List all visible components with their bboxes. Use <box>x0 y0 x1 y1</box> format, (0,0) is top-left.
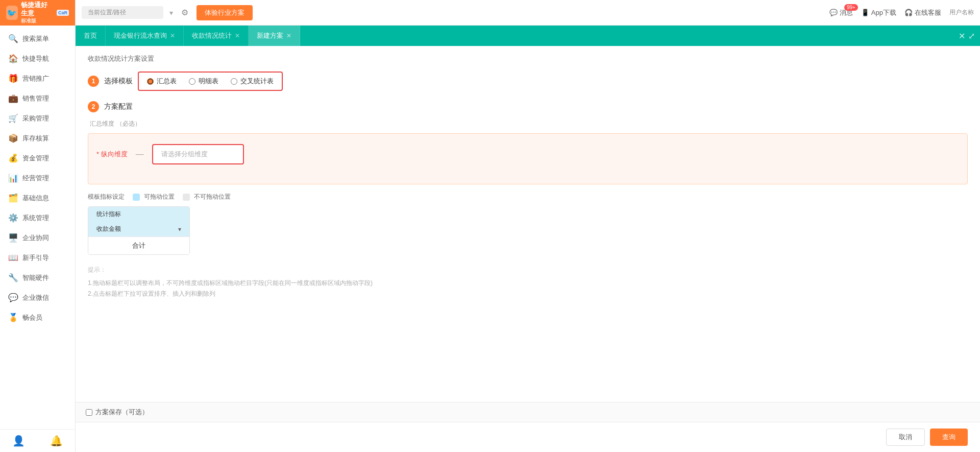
dimension-row: 纵向维度 — 请选择分组维度 <box>96 144 959 164</box>
step1-title: 选择模板 <box>104 77 133 86</box>
option-cross-label: 交叉统计表 <box>240 77 274 86</box>
sidebar-item-sales[interactable]: 💼 销售管理 <box>0 88 75 108</box>
logo-sub: 标准版 <box>21 17 54 25</box>
logo-text-group: 畅捷通好生意 标准版 <box>21 1 54 24</box>
folder-icon: 🗂️ <box>8 193 18 203</box>
logo-name: 畅捷通好生意 <box>21 1 54 17</box>
radio-cross[interactable] <box>231 78 237 85</box>
tab-home-label: 首页 <box>84 31 97 40</box>
tab-bank-flow[interactable]: 现金银行流水查询 ✕ <box>106 26 184 46</box>
sidebar-item-marketing[interactable]: 🎁 营销推广 <box>0 68 75 88</box>
save-checkbox[interactable] <box>86 409 92 416</box>
stat-label: 统计指标 <box>96 210 121 219</box>
step1-header: 1 选择模板 汇总表 明细表 交叉统计表 <box>88 72 968 91</box>
option-cross[interactable]: 交叉统计表 <box>231 77 274 86</box>
sidebar-item-weixin[interactable]: 💬 企业微信 <box>0 288 75 307</box>
app-icon: 📱 <box>861 9 869 16</box>
sidebar-item-enterprise[interactable]: 🖥️ 企业协同 <box>0 228 75 248</box>
option-detail[interactable]: 明细表 <box>189 77 218 86</box>
gear-icon[interactable]: ⚙ <box>181 8 188 17</box>
metrics-section: 模板指标设定 可拖动位置 不可拖动位置 统计指标 <box>88 193 968 300</box>
dimension-required: （必选） <box>116 120 141 127</box>
industry-btn[interactable]: 体验行业方案 <box>197 5 253 20</box>
book-icon: 📖 <box>8 253 18 263</box>
sidebar-item-label: 资金管理 <box>22 154 49 163</box>
sidebar-item-label: 库存核算 <box>22 134 49 143</box>
metrics-hint: 提示： 1.拖动标题栏可以调整布局，不可跨维度或指标区域拖动栏目字段(只能在同一… <box>88 265 968 300</box>
option-detail-label: 明细表 <box>199 77 218 86</box>
option-summary-label: 汇总表 <box>157 77 177 86</box>
sidebar-item-hardware[interactable]: 🔧 智能硬件 <box>0 268 75 288</box>
sidebar-item-member[interactable]: 🏅 畅会员 <box>0 307 75 327</box>
sidebar-item-finance[interactable]: 💰 资金管理 <box>0 148 75 168</box>
chat-icon: 💬 <box>8 293 18 302</box>
tabbar-expand-btn[interactable]: ⤢ <box>968 31 975 41</box>
online-service-link[interactable]: 🎧 在线客服 <box>904 8 941 17</box>
sidebar-item-system[interactable]: ⚙️ 系统管理 <box>0 208 75 228</box>
vertical-label: 纵向维度 <box>96 150 128 159</box>
legend-fixed: 不可拖动位置 <box>183 193 231 201</box>
tabbar-close-btn[interactable]: ✕ <box>959 31 965 41</box>
notification-bottom-icon[interactable]: 🔔 <box>50 435 63 447</box>
tab-new-plan-label: 新建方案 <box>257 31 283 40</box>
sidebar-item-operations[interactable]: 📊 经营管理 <box>0 168 75 188</box>
gift-icon: 🎁 <box>8 74 18 83</box>
row1-data: 合计 <box>88 236 189 254</box>
sidebar-item-basic-info[interactable]: 🗂️ 基础信息 <box>0 188 75 208</box>
metrics-header: 模板指标设定 可拖动位置 不可拖动位置 <box>88 193 968 201</box>
chart-icon: 📊 <box>8 173 18 183</box>
metrics-table: 统计指标 收款金额 ▾ 合计 <box>88 206 190 255</box>
message-btn[interactable]: 💬 消息 99+ <box>829 8 853 17</box>
sidebar-item-label: 系统管理 <box>22 213 49 223</box>
sidebar-item-inventory[interactable]: 📦 库存核算 <box>0 128 75 148</box>
sidebar-item-quick-nav[interactable]: 🏠 快捷导航 <box>0 49 75 68</box>
home-icon: 🏠 <box>8 54 18 63</box>
col1-label: 收款金额 <box>96 225 121 233</box>
tab-collection-stat[interactable]: 收款情况统计 ✕ <box>184 26 249 46</box>
sidebar-item-label: 快捷导航 <box>22 54 49 63</box>
query-button[interactable]: 查询 <box>930 429 968 446</box>
metrics-title: 模板指标设定 <box>88 193 125 201</box>
sidebar-item-label: 经营管理 <box>22 174 49 183</box>
logo-badge: CaR <box>57 10 69 16</box>
hint2: 2.点击标题栏下拉可设置排序、插入列和删除列 <box>88 289 968 300</box>
user-bottom-icon[interactable]: 👤 <box>12 435 25 447</box>
save-option[interactable]: 方案保存（可选） <box>86 408 149 417</box>
tab-bank-flow-close[interactable]: ✕ <box>170 32 175 39</box>
chevron-down-icon[interactable]: ▾ <box>178 226 181 233</box>
radio-detail[interactable] <box>189 78 195 85</box>
dimension-area: 纵向维度 — 请选择分组维度 <box>88 133 968 184</box>
sidebar-item-guide[interactable]: 📖 新手引导 <box>0 248 75 268</box>
col1-header-row[interactable]: 收款金额 ▾ <box>88 222 189 236</box>
content-area: 收款情况统计方案设置 1 选择模板 汇总表 明细表 <box>76 46 980 402</box>
briefcase-icon: 💼 <box>8 93 18 103</box>
app-download-link[interactable]: 📱 App下载 <box>861 8 896 17</box>
radio-summary[interactable] <box>147 78 154 85</box>
action-bar: 取消 查询 <box>76 422 980 452</box>
tab-collection-stat-close[interactable]: ✕ <box>235 32 240 39</box>
dimension-label: 汇总维度（必选） <box>88 120 968 128</box>
fixed-label: 不可拖动位置 <box>194 193 231 201</box>
dimension-selector[interactable]: 请选择分组维度 <box>152 144 244 164</box>
tool-icon: 🔧 <box>8 273 18 282</box>
option-summary[interactable]: 汇总表 <box>147 77 177 86</box>
tabbar: 首页 现金银行流水查询 ✕ 收款情况统计 ✕ 新建方案 ✕ ✕ ⤢ <box>76 26 980 46</box>
sidebar-item-label: 采购管理 <box>22 114 49 123</box>
tab-new-plan-close[interactable]: ✕ <box>286 32 291 39</box>
message-icon: 💬 <box>829 9 838 16</box>
cancel-button[interactable]: 取消 <box>886 429 925 446</box>
sidebar-item-purchase[interactable]: 🛒 采购管理 <box>0 108 75 128</box>
page-content: 收款情况统计方案设置 1 选择模板 汇总表 明细表 <box>76 46 980 422</box>
sidebar-item-search[interactable]: 🔍 搜索菜单 <box>0 29 75 49</box>
sidebar-item-label: 销售管理 <box>22 94 49 103</box>
tabbar-actions: ✕ ⤢ <box>959 31 980 41</box>
hint1: 1.拖动标题栏可以调整布局，不可跨维度或指标区域拖动栏目字段(只能在同一维度或指… <box>88 278 968 289</box>
sidebar-item-label: 基础信息 <box>22 194 49 203</box>
sidebar-item-label: 企业协同 <box>22 233 49 243</box>
sidebar-logo: 🐦 畅捷通好生意 标准版 CaR <box>0 0 75 26</box>
tab-new-plan[interactable]: 新建方案 ✕ <box>249 26 300 46</box>
breadcrumb-arrow[interactable]: ▾ <box>169 9 173 17</box>
message-badge: 99+ <box>844 4 858 11</box>
stat-header-row: 统计指标 <box>88 207 189 222</box>
tab-home[interactable]: 首页 <box>76 26 106 46</box>
